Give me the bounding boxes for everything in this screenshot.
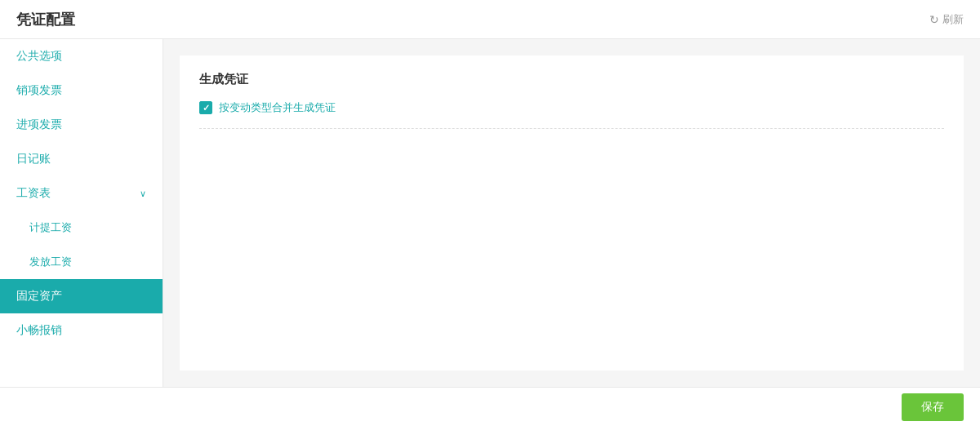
- sidebar-item-petty-expense[interactable]: 小畅报销: [0, 313, 163, 348]
- sidebar-item-label: 销项发票: [16, 83, 62, 98]
- sidebar-item-fixed-assets[interactable]: 固定资产: [0, 279, 163, 313]
- sidebar-item-label: 日记账: [16, 152, 51, 166]
- sidebar-item-label: 发放工资: [29, 255, 72, 269]
- header: 凭证配置 ↻ 刷新: [0, 0, 980, 39]
- refresh-icon: ↻: [929, 13, 939, 26]
- sidebar-item-journal[interactable]: 日记账: [0, 142, 163, 176]
- save-button[interactable]: 保存: [902, 393, 964, 421]
- divider: [199, 128, 944, 129]
- content-area: 生成凭证 按变动类型合并生成凭证: [163, 39, 980, 387]
- sidebar-item-label: 公共选项: [16, 49, 62, 64]
- sidebar-item-calc-salary[interactable]: 计提工资: [0, 211, 163, 245]
- checkbox-label: 按变动类型合并生成凭证: [219, 100, 336, 115]
- content-card: 生成凭证 按变动类型合并生成凭证: [180, 55, 964, 371]
- sidebar: 公共选项销项发票进项发票日记账工资表∨计提工资发放工资固定资产小畅报销: [0, 39, 163, 387]
- refresh-button[interactable]: ↻ 刷新: [929, 12, 964, 27]
- checkbox-row: 按变动类型合并生成凭证: [199, 100, 944, 115]
- main-layout: 公共选项销项发票进项发票日记账工资表∨计提工资发放工资固定资产小畅报销 生成凭证…: [0, 39, 980, 387]
- sidebar-item-payroll-table[interactable]: 工资表∨: [0, 176, 163, 211]
- sidebar-item-label: 计提工资: [29, 220, 72, 235]
- sidebar-item-label: 工资表: [16, 186, 51, 201]
- refresh-label: 刷新: [942, 12, 964, 27]
- chevron-down-icon: ∨: [140, 189, 146, 199]
- sidebar-item-label: 固定资产: [16, 289, 62, 304]
- sidebar-item-purchase-invoice[interactable]: 进项发票: [0, 108, 163, 142]
- merge-by-type-checkbox[interactable]: [199, 101, 212, 114]
- page-title: 凭证配置: [16, 10, 75, 29]
- sidebar-item-public-options[interactable]: 公共选项: [0, 39, 163, 73]
- footer: 保存: [0, 387, 980, 426]
- section-title: 生成凭证: [199, 72, 944, 87]
- sidebar-item-sales-invoice[interactable]: 销项发票: [0, 73, 163, 108]
- sidebar-item-pay-salary[interactable]: 发放工资: [0, 245, 163, 279]
- sidebar-item-label: 小畅报销: [16, 323, 62, 338]
- sidebar-item-label: 进项发票: [16, 118, 62, 132]
